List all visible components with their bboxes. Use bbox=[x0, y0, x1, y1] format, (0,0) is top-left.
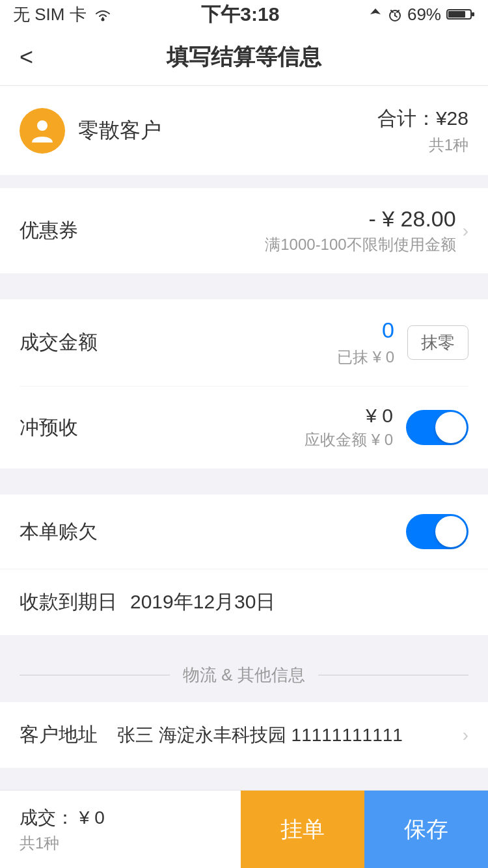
coupon-right-wrapper: - ¥ 28.00 满1000-100不限制使用金额 › bbox=[265, 206, 468, 255]
deal-prepay-section: 成交金额 0 已抹 ¥ 0 抹零 冲预收 ¥ 0 应收金额 ¥ 0 bbox=[0, 299, 488, 468]
divider-2 bbox=[0, 481, 488, 495]
sim-status: 无 SIM 卡 bbox=[13, 3, 87, 26]
alarm-icon bbox=[388, 7, 402, 21]
prepay-label: 冲预收 bbox=[20, 414, 78, 441]
coupon-label: 优惠券 bbox=[20, 217, 78, 244]
due-date-label: 收款到期日 bbox=[20, 589, 117, 616]
hang-order-button[interactable]: 挂单 bbox=[241, 791, 364, 869]
debt-section: 本单赊欠 收款到期日 2019年12月30日 bbox=[0, 495, 488, 635]
logistics-header: 物流 & 其他信息 bbox=[0, 648, 488, 702]
back-button[interactable]: < bbox=[20, 44, 33, 71]
prepay-values: ¥ 0 应收金额 ¥ 0 bbox=[305, 405, 393, 450]
status-bar: 无 SIM 卡 下午3:18 69% bbox=[0, 0, 488, 29]
svg-rect-5 bbox=[448, 11, 465, 18]
debt-toggle[interactable] bbox=[406, 514, 468, 549]
prepay-row: 冲预收 ¥ 0 应收金额 ¥ 0 bbox=[20, 387, 468, 468]
address-chevron-icon: › bbox=[463, 725, 468, 746]
bottom-deal-value: ¥ 0 bbox=[79, 807, 105, 828]
deal-amount-right: 0 已抹 ¥ 0 抹零 bbox=[337, 318, 468, 368]
coupon-row[interactable]: 优惠券 - ¥ 28.00 满1000-100不限制使用金额 › bbox=[0, 188, 488, 273]
address-value: 张三 海淀永丰科技园 11111111111 bbox=[117, 723, 456, 748]
customer-right: 合计：¥28 共1种 bbox=[377, 105, 468, 156]
customer-total: 合计：¥28 bbox=[377, 105, 468, 132]
save-button[interactable]: 保存 bbox=[364, 791, 488, 869]
location-icon bbox=[368, 7, 383, 21]
avatar bbox=[20, 108, 65, 154]
svg-rect-6 bbox=[472, 12, 474, 16]
battery-percent: 69% bbox=[407, 5, 441, 25]
svg-line-3 bbox=[395, 16, 397, 17]
deal-value: 0 bbox=[337, 318, 394, 343]
deal-value-wrapper: 0 已抹 ¥ 0 bbox=[337, 318, 394, 368]
toggle-knob bbox=[435, 412, 467, 443]
deal-right-inner: 0 已抹 ¥ 0 抹零 bbox=[337, 318, 468, 368]
page-title: 填写结算等信息 bbox=[167, 42, 321, 72]
bottom-count: 共1种 bbox=[20, 833, 221, 854]
customer-left: 零散客户 bbox=[20, 108, 161, 154]
divider-1 bbox=[0, 286, 488, 299]
coupon-section[interactable]: 优惠券 - ¥ 28.00 满1000-100不限制使用金额 › bbox=[0, 188, 488, 273]
battery-icon bbox=[446, 7, 475, 21]
bottom-info: 成交： ¥ 0 共1种 bbox=[0, 806, 241, 854]
round-zero-button[interactable]: 抹零 bbox=[407, 325, 468, 360]
due-date-row: 收款到期日 2019年12月30日 bbox=[0, 569, 488, 635]
prepay-toggle[interactable] bbox=[406, 410, 468, 445]
prepay-receivable: 应收金额 ¥ 0 bbox=[305, 429, 393, 450]
svg-point-7 bbox=[37, 120, 47, 131]
status-time: 下午3:18 bbox=[201, 1, 279, 28]
nav-bar: < 填写结算等信息 bbox=[0, 29, 488, 86]
bottom-bar: 成交： ¥ 0 共1种 挂单 保存 bbox=[0, 790, 488, 868]
prepay-amount: ¥ 0 bbox=[305, 405, 393, 427]
deal-amount-row: 成交金额 0 已抹 ¥ 0 抹零 bbox=[20, 299, 468, 387]
due-date-value: 2019年12月30日 bbox=[130, 589, 275, 616]
status-right: 69% bbox=[368, 5, 475, 25]
debt-row: 本单赊欠 bbox=[0, 495, 488, 569]
prepay-right: ¥ 0 应收金额 ¥ 0 bbox=[305, 405, 468, 450]
address-section[interactable]: 客户地址 张三 海淀永丰科技园 11111111111 › bbox=[0, 702, 488, 768]
bottom-deal: 成交： ¥ 0 bbox=[20, 806, 221, 830]
person-icon bbox=[28, 116, 57, 145]
debt-label: 本单赊欠 bbox=[20, 519, 98, 545]
customer-name: 零散客户 bbox=[78, 116, 161, 145]
coupon-amount: - ¥ 28.00 bbox=[265, 206, 455, 232]
wifi-icon bbox=[93, 7, 113, 21]
coupon-chevron-icon: › bbox=[463, 221, 468, 241]
deal-amount-label: 成交金额 bbox=[20, 329, 98, 356]
logistics-text: 物流 & 其他信息 bbox=[183, 664, 305, 686]
deal-sub: 已抹 ¥ 0 bbox=[337, 347, 394, 368]
logistics-line-left bbox=[20, 675, 170, 675]
customer-section: 零散客户 合计：¥28 共1种 bbox=[0, 86, 488, 175]
address-label: 客户地址 bbox=[20, 722, 98, 748]
svg-point-0 bbox=[101, 18, 104, 21]
debt-toggle-knob bbox=[435, 516, 467, 547]
customer-row: 零散客户 合计：¥28 共1种 bbox=[0, 86, 488, 175]
coupon-right: - ¥ 28.00 满1000-100不限制使用金额 bbox=[265, 206, 455, 255]
address-row[interactable]: 客户地址 张三 海淀永丰科技园 11111111111 › bbox=[0, 702, 488, 768]
logistics-line-right bbox=[318, 675, 468, 675]
coupon-desc: 满1000-100不限制使用金额 bbox=[265, 234, 455, 255]
customer-count: 共1种 bbox=[377, 135, 468, 156]
bottom-deal-label: 成交： bbox=[20, 807, 74, 828]
status-left: 无 SIM 卡 bbox=[13, 3, 113, 26]
